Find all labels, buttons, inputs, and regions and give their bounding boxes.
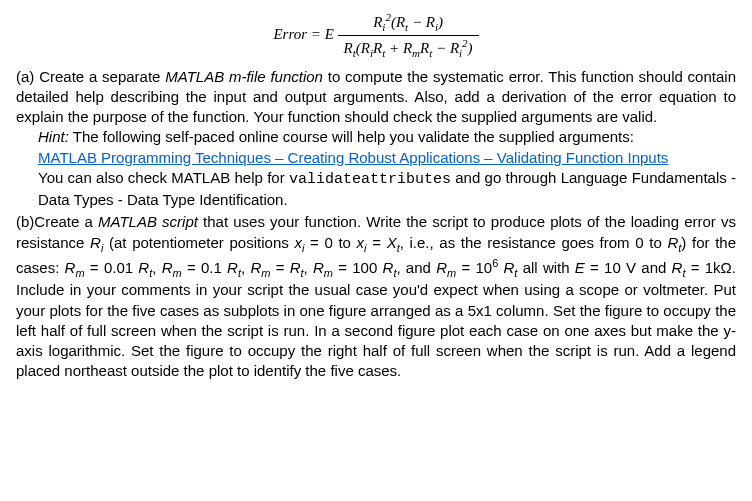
error-formula: Error = E Ri2(Rt − Ri) Rt(RiRt + RmRt − … [16,10,736,61]
code-validateattributes: validateattributes [289,171,451,188]
hint-label: Hint: [38,128,69,145]
part-a-ital: MATLAB m-file function [165,68,323,85]
part-b-pre: Create a [34,213,98,230]
hint-text: The following self-paced online course w… [69,128,634,145]
matlab-link[interactable]: MATLAB Programming Techniques – Creating… [38,149,668,166]
part-b-ital: MATLAB script [98,213,198,230]
part-b: (b)Create a MATLAB script that uses your… [16,212,736,381]
part-a-label: (a) [16,68,34,85]
part-a-post-pre: You can also check MATLAB help for [38,169,289,186]
part-a: (a) Create a separate MATLAB m-file func… [16,67,736,211]
part-b-label: (b) [16,213,34,230]
part-b-body: that uses your function. Write the scrip… [16,213,736,379]
part-a-text-1: Create a separate [34,68,165,85]
